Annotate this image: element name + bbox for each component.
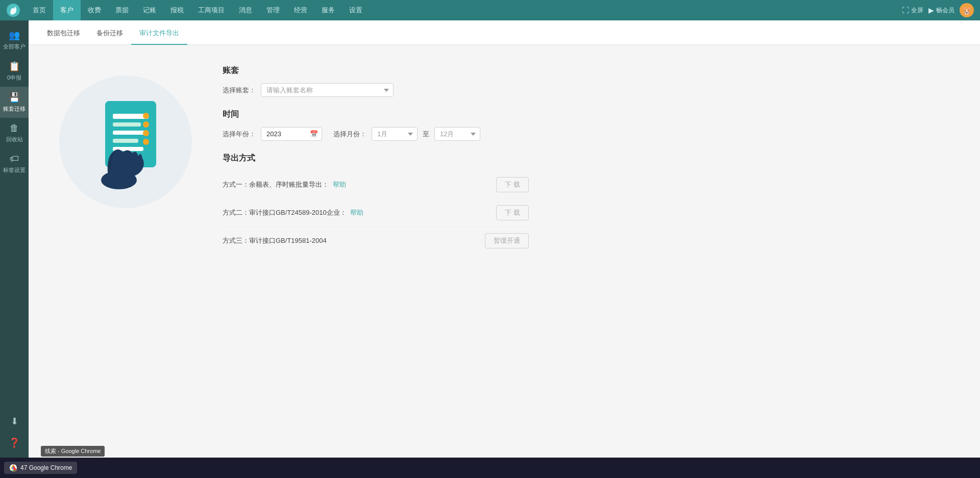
tab-audit-export[interactable]: 审计文件导出 [131, 22, 187, 45]
time-row: 选择年份： 📅 选择月份： 1月 2月 3月 4月 5月 6月 7月 [223, 127, 529, 141]
migration-icon: 💾 [9, 92, 20, 103]
sidebar-item-label-declare: 0申报 [7, 74, 21, 82]
nav-management[interactable]: 管理 [259, 0, 287, 20]
member-icon: ▶ [928, 6, 934, 14]
nav-home[interactable]: 首页 [26, 0, 53, 20]
sidebar-item-help[interactable]: ❓ [0, 432, 29, 454]
svg-rect-5 [113, 139, 138, 143]
tab-data-migration[interactable]: 数据包迁移 [39, 22, 88, 45]
sidebar-item-label-all-customers: 全部客户 [3, 43, 26, 51]
member-button[interactable]: ▶ 畅会员 [928, 6, 954, 15]
svg-point-8 [143, 121, 149, 128]
label-select-month: 选择月份： [333, 130, 366, 139]
avatar[interactable]: 🐹 [960, 3, 974, 17]
end-month-select[interactable]: 1月 2月 3月 4月 5月 6月 7月 8月 9月 10月 11月 12月 [434, 127, 480, 141]
select-account-dropdown[interactable]: 请输入账套名称 [261, 83, 394, 97]
section-account-title: 账套 [223, 65, 529, 76]
calendar-icon: 📅 [310, 130, 318, 138]
method-1-text: 方式一：余额表、序时账批量导出： 帮助 [223, 180, 346, 189]
year-input-wrap: 📅 [261, 127, 322, 141]
content-area: 数据包迁移 备份迁移 审计文件导出 [29, 20, 980, 458]
fullscreen-label: 全屏 [911, 6, 923, 15]
illustration [59, 76, 192, 208]
recycle-icon: 🗑 [10, 123, 19, 134]
to-label: 至 [423, 130, 429, 139]
sidebar-bottom: ⬇ ❓ [0, 411, 29, 458]
main-content-area: 账套 选择账套： 请输入账套名称 时间 选择年份： 📅 选择月份： [29, 45, 980, 458]
tags-icon: 🏷 [10, 154, 19, 164]
method-2-help-link[interactable]: 帮助 [350, 209, 363, 216]
sidebar-item-tags[interactable]: 🏷 标签设置 [0, 148, 29, 179]
tabs-bar: 数据包迁移 备份迁移 审计文件导出 [29, 20, 980, 45]
nav-customers[interactable]: 客户 [53, 0, 81, 20]
svg-point-10 [143, 139, 149, 145]
nav-right: ⛶ 全屏 ▶ 畅会员 🐹 [902, 3, 980, 17]
export-method-3: 方式三：审计接口GB/T19581-2004 暂缓开通 [223, 227, 529, 255]
method-1-download-button[interactable]: 下 载 [496, 177, 529, 192]
top-navigation: 首页 客户 收费 票据 记账 报税 工商项目 消息 管理 经营 服务 设置 ⛶ … [0, 0, 980, 20]
method-3-text: 方式三：审计接口GB/T19581-2004 [223, 236, 327, 245]
taskbar: 47 Google Chrome [0, 458, 980, 478]
sidebar-item-recycle[interactable]: 🗑 回收站 [0, 118, 29, 148]
nav-bookkeeping[interactable]: 记账 [136, 0, 163, 20]
nav-bizprojects[interactable]: 工商项目 [191, 0, 232, 20]
account-row: 选择账套： 请输入账套名称 [223, 83, 529, 97]
main-layout: 👥 全部客户 📋 0申报 💾 账套迁移 🗑 回收站 🏷 标签设置 ⬇ ❓ [0, 20, 980, 458]
svg-rect-4 [113, 131, 146, 135]
sidebar-item-download[interactable]: ⬇ [0, 411, 29, 432]
download-icon: ⬇ [11, 416, 18, 427]
app-logo [4, 1, 22, 19]
sidebar: 👥 全部客户 📋 0申报 💾 账套迁移 🗑 回收站 🏷 标签设置 ⬇ ❓ [0, 20, 29, 458]
svg-rect-3 [113, 122, 141, 127]
section-export-title: 导出方式 [223, 153, 529, 164]
nav-operations[interactable]: 经营 [287, 0, 314, 20]
section-time-title: 时间 [223, 109, 529, 120]
taskbar-chrome-item[interactable]: 47 Google Chrome [4, 462, 77, 474]
svg-point-7 [143, 113, 149, 119]
export-method-1: 方式一：余额表、序时账批量导出： 帮助 下 载 [223, 171, 529, 199]
sidebar-item-label-recycle: 回收站 [6, 136, 23, 143]
fullscreen-button[interactable]: ⛶ 全屏 [902, 6, 923, 15]
nav-items: 首页 客户 收费 票据 记账 报税 工商项目 消息 管理 经营 服务 设置 [26, 0, 902, 20]
nav-invoices[interactable]: 票据 [108, 0, 136, 20]
member-label: 畅会员 [936, 6, 954, 15]
declare-icon: 📋 [9, 61, 20, 72]
method-2-download-button[interactable]: 下 载 [496, 205, 529, 220]
taskbar-item-label: 47 Google Chrome [20, 464, 72, 471]
label-select-account: 选择账套： [223, 86, 256, 95]
method-2-text: 方式二：审计接口GB/T24589-2010企业： 帮助 [223, 208, 363, 217]
nav-tax[interactable]: 报税 [163, 0, 191, 20]
start-month-select[interactable]: 1月 2月 3月 4月 5月 6月 7月 8月 9月 10月 11月 12月 [372, 127, 418, 141]
sidebar-item-label-migration: 账套迁移 [3, 105, 26, 113]
fullscreen-icon: ⛶ [902, 6, 909, 14]
sidebar-item-all-customers[interactable]: 👥 全部客户 [0, 24, 29, 56]
nav-fees[interactable]: 收费 [81, 0, 108, 20]
all-customers-icon: 👥 [9, 30, 20, 41]
nav-messages[interactable]: 消息 [232, 0, 259, 20]
method-3-open-button[interactable]: 暂缓开通 [485, 233, 529, 248]
nav-services[interactable]: 服务 [314, 0, 342, 20]
help-icon: ❓ [9, 437, 20, 448]
sidebar-item-migration[interactable]: 💾 账套迁移 [0, 87, 29, 118]
label-select-year: 选择年份： [223, 130, 256, 139]
sidebar-item-label-tags: 标签设置 [3, 166, 26, 174]
status-tooltip: 线索 - Google Chrome [41, 446, 105, 457]
nav-settings[interactable]: 设置 [342, 0, 370, 20]
tab-backup-migration[interactable]: 备份迁移 [88, 22, 131, 45]
svg-point-9 [143, 130, 149, 136]
sidebar-item-declare[interactable]: 📋 0申报 [0, 56, 29, 87]
chrome-icon [9, 464, 17, 472]
export-method-2: 方式二：审计接口GB/T24589-2010企业： 帮助 下 载 [223, 199, 529, 227]
form-area: 账套 选择账套： 请输入账套名称 时间 选择年份： 📅 选择月份： [223, 65, 529, 255]
method-1-help-link[interactable]: 帮助 [333, 181, 346, 188]
